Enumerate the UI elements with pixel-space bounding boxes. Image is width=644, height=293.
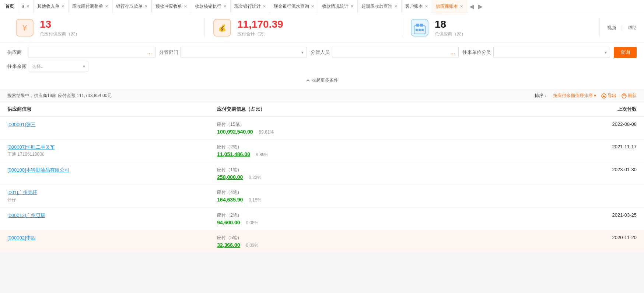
transaction-info-4: 应付（4笔） 164,635.90 0.15%: [217, 189, 469, 203]
close-cash-stat[interactable]: ✕: [263, 4, 266, 9]
supplier-link-6[interactable]: [000002]李四: [7, 235, 217, 241]
trans-type-3: 应付（1笔）: [217, 167, 469, 173]
result-summary-text: 搜索结果中，供应商13家 应付金额 111,703,854.00元: [7, 93, 112, 99]
transaction-info-1: 应付（15笔） 100,092,540.00 89.61%: [217, 121, 469, 135]
summary-card-payable-suppliers: ¥ 13 总应付供应商（家）: [7, 18, 205, 38]
close-prepay[interactable]: ✕: [184, 4, 187, 9]
trans-amount-1[interactable]: 100,092,540.00: [217, 129, 253, 135]
nav-tab-3[interactable]: 3 ✕: [18, 0, 34, 13]
close-collect-exec[interactable]: ✕: [223, 4, 227, 9]
table-row[interactable]: [000012]广州贝瑞 应付（2笔） 94,600.00 0.08% 2021…: [0, 208, 644, 230]
table-row[interactable]: [000007]恒旺二手叉车 王通 17106110000 应付（2笔） 11,…: [0, 139, 644, 162]
table-row[interactable]: [000100]本特勤油品有限公司 应付（1笔） 258,000.00 0.23…: [0, 162, 644, 185]
nav-tab-overdue[interactable]: 超期应收款查询 ✕: [358, 0, 402, 13]
lastpay-3: 2023-01-30: [469, 167, 637, 172]
close-overdue[interactable]: ✕: [394, 4, 398, 9]
category-input[interactable]: ▾: [493, 47, 610, 58]
nav-tab-cash-flow[interactable]: 现金银行流水查询 ✕: [270, 0, 318, 13]
person-filter-label: 分管人员: [311, 49, 330, 56]
close-supplier-ledger[interactable]: ✕: [460, 4, 463, 9]
trans-amount-4[interactable]: 164,635.90: [217, 197, 243, 203]
table-row[interactable]: [001]广州荣轩 仔仔 应付（4笔） 164,635.90 0.15%: [0, 185, 644, 208]
tab-overdue-label: 超期应收款查询: [361, 3, 392, 10]
total-payable-icon: 💰: [212, 18, 232, 38]
tab-other-income-label: 其他收入单: [37, 3, 59, 10]
refresh-label: 刷新: [628, 93, 637, 99]
nav-arrow-left[interactable]: ◀: [467, 3, 476, 10]
help-link[interactable]: 帮助: [628, 25, 637, 31]
lastpay-6: 2020-11-20: [469, 235, 637, 240]
refresh-icon: [622, 93, 627, 99]
close-ar-adjustment[interactable]: ✕: [105, 4, 108, 9]
nav-tab-supplier-ledger[interactable]: 供应商账本 ✕: [432, 0, 467, 13]
table-row[interactable]: [000002]李四 应付（5笔） 32,366.00 0.03% 2020-1…: [0, 230, 644, 253]
dept-input[interactable]: ▾: [181, 47, 307, 58]
lastpay-date-3: 2023-01-30: [469, 167, 637, 172]
nav-tab-collect-stat[interactable]: 收款情况统计 ✕: [318, 0, 358, 13]
trans-percent-4: 0.15%: [249, 197, 261, 203]
nav-tab-customer-ledger[interactable]: 客户账本 ✕: [402, 0, 432, 13]
filter-balance: 往来余额 选择... ▾: [7, 61, 88, 72]
collapse-button[interactable]: 收起更多条件: [7, 76, 637, 85]
transaction-info-3: 应付（1笔） 258,000.00 0.23%: [217, 167, 469, 180]
trans-amount-2[interactable]: 11,051,486.00: [217, 151, 250, 157]
trans-amount-6[interactable]: 32,366.00: [217, 242, 240, 248]
search-button[interactable]: 查询: [614, 47, 637, 58]
filter-person: 分管人员 ...: [311, 47, 459, 58]
filter-area: 供应商 ... 分管部门 ▾ 分管人员 ... 往来单位分类 ▾: [0, 42, 644, 90]
video-link[interactable]: 视频: [607, 25, 616, 31]
total-supplier-label: 总供应商（家）: [435, 31, 466, 37]
trans-percent-1: 89.61%: [259, 130, 274, 135]
nav-tab-bank-deposit[interactable]: 银行存取款单 ✕: [112, 0, 152, 13]
supplier-info-1: [000001]张三: [7, 121, 217, 128]
tab-prepay-label: 预收冲应收单: [155, 3, 182, 10]
balance-input[interactable]: 选择... ▾: [29, 61, 88, 72]
close-collect-stat[interactable]: ✕: [350, 4, 354, 9]
nav-tab-other-income[interactable]: 其他收入单 ✕: [34, 0, 69, 13]
payable-supplier-label: 总应付供应商（家）: [40, 31, 80, 37]
nav-tab-cash-bank-stat[interactable]: 现金银行统计 ✕: [231, 0, 270, 13]
top-right-actions: 视频 ｜ 帮助: [600, 25, 637, 31]
supplier-link-1[interactable]: [000001]张三: [7, 121, 217, 128]
supplier-input[interactable]: ...: [28, 47, 155, 58]
supplier-link-3[interactable]: [000100]本特勤油品有限公司: [7, 167, 217, 173]
lastpay-date-1: 2022-08-08: [469, 121, 637, 127]
filter-row-2: 往来余额 选择... ▾: [7, 61, 637, 72]
person-input[interactable]: ...: [332, 47, 459, 58]
trans-amount-5[interactable]: 94,600.00: [217, 220, 240, 225]
nav-tab-collection-exec[interactable]: 收款核销执行 ✕: [191, 0, 231, 13]
transaction-info-6: 应付（5笔） 32,366.00 0.03%: [217, 235, 469, 248]
close-tab-3[interactable]: ✕: [26, 4, 29, 9]
close-customer-ledger[interactable]: ✕: [425, 4, 428, 9]
supplier-link-5[interactable]: [000012]广州贝瑞: [7, 212, 217, 219]
supplier-link-2[interactable]: [000007]恒旺二手叉车: [7, 144, 217, 151]
export-button[interactable]: 导出: [601, 93, 616, 99]
svg-rect-7: [420, 24, 423, 27]
lastpay-2: 2021-11-17: [469, 144, 637, 149]
lastpay-date-2: 2021-11-17: [469, 144, 637, 149]
table-row[interactable]: [000001]张三 应付（15笔） 100,092,540.00 89.61%…: [0, 117, 644, 139]
filter-category: 往来单位分类 ▾: [462, 47, 610, 58]
refresh-button[interactable]: 刷新: [622, 93, 637, 99]
supplier-info-3: [000100]本特勤油品有限公司: [7, 167, 217, 173]
close-bank-deposit[interactable]: ✕: [144, 4, 148, 9]
summary-card-total-payable: 💰 11,170.39 应付合计（万）: [205, 18, 402, 38]
person-dots-icon[interactable]: ...: [450, 49, 455, 55]
trans-amount-3[interactable]: 258,000.00: [217, 174, 243, 180]
supplier-link-4[interactable]: [001]广州荣轩: [7, 189, 217, 196]
dept-arrow-icon: ▾: [301, 50, 304, 55]
svg-rect-10: [421, 29, 424, 31]
supplier-dots-icon[interactable]: ...: [147, 49, 152, 55]
nav-tab-prepay[interactable]: 预收冲应收单 ✕: [152, 0, 191, 13]
total-payable-value: 11,170.39: [237, 18, 283, 31]
tab-3-label: 3: [22, 4, 24, 9]
nav-tab-home[interactable]: 首页: [1, 0, 18, 13]
sort-option[interactable]: 按应付余额倒序排序 ▾: [553, 93, 596, 99]
nav-tab-ar-adjustment[interactable]: 应收应付调整单 ✕: [69, 0, 112, 13]
supplier-filter-label: 供应商: [7, 49, 26, 56]
summary-card-total-suppliers: 18 总供应商（家）: [402, 18, 600, 38]
tab-ar-label: 应收应付调整单: [72, 3, 103, 10]
close-cash-flow[interactable]: ✕: [311, 4, 314, 9]
nav-arrow-right[interactable]: ▶: [476, 3, 485, 10]
close-other-income[interactable]: ✕: [61, 4, 64, 9]
